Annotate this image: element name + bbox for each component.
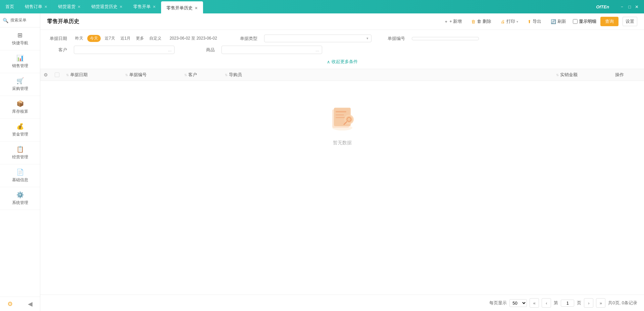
sidebar-label-basic-info: 基础信息	[12, 177, 28, 183]
next-page-icon: ›	[588, 301, 589, 306]
doc-type-arrow-icon: ▾	[366, 36, 368, 41]
print-arrow-icon: ▾	[516, 20, 518, 23]
sidebar-label-sales-mgmt: 销售管理	[12, 63, 28, 69]
sort-date-icon[interactable]: ⇅	[66, 73, 69, 77]
th-customer: ⇅ 客户	[181, 69, 221, 81]
sort-salesperson-icon[interactable]: ⇅	[225, 73, 228, 77]
add-button[interactable]: + + 新增	[442, 17, 465, 26]
sidebar-item-finance[interactable]: 💰资金管理	[0, 119, 40, 142]
tab-close-sales-order[interactable]: ✕	[44, 5, 47, 9]
minimize-btn[interactable]: －	[620, 4, 624, 10]
close-btn[interactable]: ✕	[635, 4, 639, 9]
settings-button[interactable]: 设置	[623, 17, 637, 26]
maximize-btn[interactable]: □	[628, 4, 631, 9]
collapse-icon: ∧	[327, 59, 330, 64]
last-page-btn[interactable]: »	[596, 298, 605, 308]
date-opt-last1m[interactable]: 近1月	[119, 35, 132, 42]
sidebar-bottom: ⚙ ◀	[0, 297, 40, 311]
show-detail-checkbox[interactable]	[573, 19, 578, 24]
th-no-label: 单据编号	[129, 72, 147, 78]
settings-icon[interactable]: ⚙	[7, 300, 13, 308]
sidebar-item-sys-mgmt[interactable]: ⚙️系统管理	[0, 187, 40, 210]
empty-text: 暂无数据	[333, 140, 352, 146]
tab-close-retail-open-history[interactable]: ✕	[195, 6, 198, 10]
search-label: 搜索采单	[10, 17, 27, 23]
print-button[interactable]: 🖨 打印 ▾	[498, 17, 521, 26]
top-bar: 首页销售订单✕销货退货✕销货退货历史✕零售开单✕零售开单历史✕ OfTEn － …	[0, 0, 644, 13]
tab-close-retail-open[interactable]: ✕	[153, 5, 156, 9]
th-amount-label: 实销金额	[560, 72, 578, 78]
collapse-sidebar-icon[interactable]: ◀	[28, 300, 33, 308]
customer-dots-icon: ...	[168, 47, 171, 52]
first-page-btn[interactable]: «	[530, 298, 539, 308]
select-all-checkbox[interactable]	[55, 72, 59, 77]
sort-customer-icon[interactable]: ⇅	[184, 73, 187, 77]
toolbar-right: + + 新增 🗑 🗑 删除 🖨 打印 ▾ ⬆ 导出 🔄	[442, 17, 637, 26]
sidebar-item-inventory[interactable]: 📦库存核算	[0, 96, 40, 119]
collapse-label: 收起更多条件	[332, 59, 358, 65]
refresh-button[interactable]: 🔄 刷新	[548, 17, 569, 26]
table-area: ⚙ ⇅ 单据日期	[40, 69, 644, 311]
export-button[interactable]: ⬆ 导出	[525, 17, 544, 26]
doc-type-select[interactable]: ▾	[264, 35, 371, 42]
table-container: ⚙ ⇅ 单据日期	[40, 69, 644, 295]
add-icon: +	[445, 19, 448, 24]
tab-label: 销售订单	[25, 4, 42, 10]
tab-home[interactable]: 首页	[0, 0, 19, 13]
sidebar-icon-basic-info: 📄	[16, 168, 24, 176]
page-text-suf: 页	[577, 300, 581, 306]
sidebar-label-quick-nav: 快捷导航	[12, 40, 28, 46]
svg-rect-5	[336, 117, 345, 118]
table-header-row: ⚙ ⇅ 单据日期	[40, 69, 644, 81]
content-area: 零售开单历史 + + 新增 🗑 🗑 删除 🖨 打印 ▾ ⬆ 导出	[40, 13, 644, 311]
sidebar-item-purchase-mgmt[interactable]: 🛒采购管理	[0, 73, 40, 96]
print-icon: 🖨	[501, 19, 505, 24]
next-page-btn[interactable]: ›	[584, 298, 593, 308]
prev-page-icon: ‹	[546, 301, 547, 306]
th-customer-label: 客户	[188, 72, 197, 78]
filter-row-2: 客户 ... 商品 ...	[47, 46, 637, 54]
column-settings-icon[interactable]: ⚙	[44, 72, 48, 77]
date-opt-today[interactable]: 今天	[87, 35, 101, 42]
th-action: 操作	[612, 69, 644, 81]
sidebar-item-basic-info[interactable]: 📄基础信息	[0, 164, 40, 187]
filter-area: 单据日期 昨天今天近7天近1月更多自定义 2023-06-02 至 2023-0…	[40, 30, 644, 69]
product-input[interactable]: ...	[221, 46, 322, 54]
sort-no-icon[interactable]: ⇅	[125, 73, 128, 77]
tab-label: 零售开单历史	[166, 5, 193, 11]
tab-close-sales-return-history[interactable]: ✕	[119, 5, 122, 9]
date-opt-custom[interactable]: 自定义	[148, 35, 163, 42]
current-page-input[interactable]	[561, 300, 574, 307]
th-salesperson-label: 导购员	[229, 72, 242, 78]
th-date: ⇅ 单据日期	[63, 69, 122, 81]
tab-close-sales-return[interactable]: ✕	[78, 5, 81, 9]
per-page-select[interactable]: 50 100 200	[509, 299, 527, 307]
sidebar-label-inventory: 库存核算	[12, 109, 28, 114]
sidebar-icon-finance: 💰	[16, 123, 24, 130]
doc-no-input[interactable]	[412, 37, 479, 40]
prev-page-btn[interactable]: ‹	[542, 298, 551, 308]
main-layout: 🔍 搜索采单 ⊞快捷导航📊销售管理🛒采购管理📦库存核算💰资金管理📋经营管理📄基础…	[0, 13, 644, 311]
date-opt-yesterday[interactable]: 昨天	[74, 35, 85, 42]
tab-retail-open[interactable]: 零售开单✕	[128, 0, 161, 13]
product-dots-icon: ...	[315, 47, 319, 52]
tab-sales-return[interactable]: 销货退货✕	[53, 0, 86, 13]
tab-retail-open-history[interactable]: 零售开单历史✕	[161, 1, 203, 15]
product-label: 商品	[195, 47, 215, 53]
sidebar-search[interactable]: 🔍 搜索采单	[0, 13, 40, 28]
tab-sales-order[interactable]: 销售订单✕	[19, 0, 53, 13]
collapse-more-btn[interactable]: ∧ 收起更多条件	[47, 57, 637, 66]
doc-no-label: 单据编号	[385, 36, 405, 42]
sort-amount-icon[interactable]: ⇅	[556, 73, 559, 77]
sidebar-item-operation[interactable]: 📋经营管理	[0, 142, 40, 164]
sidebar-item-quick-nav[interactable]: ⊞快捷导航	[0, 28, 40, 50]
date-opt-last7[interactable]: 近7天	[103, 35, 116, 42]
tab-sales-return-history[interactable]: 销货退货历史✕	[86, 0, 128, 13]
tab-label: 销货退货历史	[91, 4, 117, 10]
sidebar-item-sales-mgmt[interactable]: 📊销售管理	[0, 50, 40, 73]
date-opt-more[interactable]: 更多	[135, 35, 145, 42]
query-button[interactable]: 查询	[600, 17, 618, 26]
delete-button[interactable]: 🗑 🗑 删除	[468, 17, 494, 26]
customer-input[interactable]: ...	[74, 46, 175, 54]
show-detail-option[interactable]: 显示明细	[573, 18, 596, 24]
